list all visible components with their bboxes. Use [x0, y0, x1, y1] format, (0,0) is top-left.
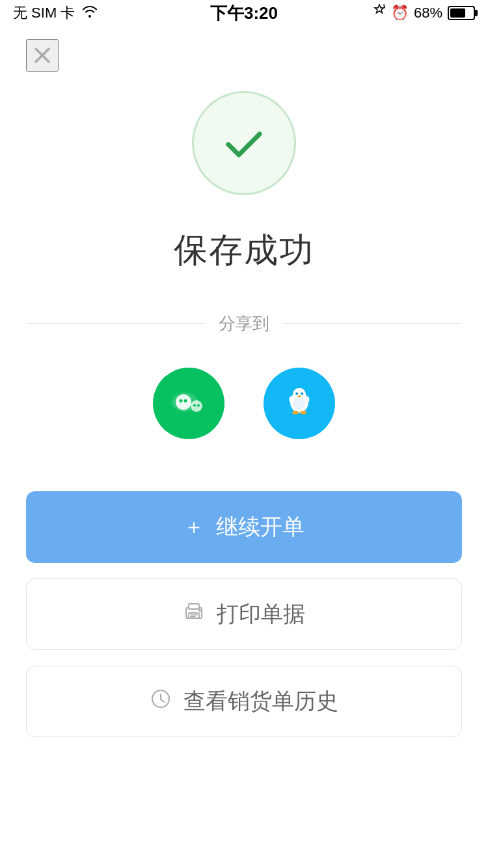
svg-point-5 — [191, 400, 202, 412]
qq-icon — [278, 383, 321, 425]
svg-point-21 — [305, 396, 309, 403]
sim-status: 无 SIM 卡 — [13, 3, 75, 23]
svg-rect-24 — [189, 613, 199, 618]
svg-line-30 — [161, 699, 165, 702]
svg-point-17 — [293, 397, 305, 410]
svg-point-8 — [193, 404, 196, 407]
wechat-share-button[interactable] — [153, 368, 224, 439]
checkmark-icon — [218, 117, 270, 169]
svg-point-18 — [292, 411, 299, 414]
continue-order-button[interactable]: ＋ 继续开单 — [26, 491, 462, 563]
status-bar: 无 SIM 卡 下午3:20 ⏰ 68% — [0, 0, 488, 26]
view-history-label: 查看销货单历史 — [183, 686, 338, 716]
clock-icon — [150, 688, 172, 715]
main-content: 保存成功 分享到 — [0, 26, 488, 868]
print-receipt-button[interactable]: 打印单据 — [26, 578, 462, 650]
action-buttons: ＋ 继续开单 打印单据 — [26, 491, 462, 737]
battery-icon — [448, 6, 475, 20]
share-label: 分享到 — [219, 312, 269, 335]
success-circle — [192, 91, 296, 195]
svg-point-15 — [301, 392, 303, 394]
svg-point-20 — [289, 396, 293, 403]
battery-fill — [450, 8, 465, 18]
alarm-icon: ⏰ — [391, 5, 409, 21]
share-icons-container — [153, 368, 335, 439]
close-icon — [31, 44, 54, 67]
close-button[interactable] — [26, 39, 59, 72]
print-receipt-label: 打印单据 — [217, 599, 305, 629]
svg-rect-23 — [189, 604, 199, 609]
share-divider: 分享到 — [26, 312, 462, 335]
svg-point-27 — [198, 609, 201, 612]
status-left: 无 SIM 卡 — [13, 3, 98, 23]
battery-percent: 68% — [414, 5, 442, 21]
success-title: 保存成功 — [174, 228, 314, 273]
continue-order-label: 继续开单 — [216, 512, 305, 542]
wechat-icon — [168, 383, 210, 425]
status-right: ⏰ 68% — [373, 4, 475, 22]
printer-icon — [183, 601, 205, 627]
status-time: 下午3:20 — [210, 2, 278, 25]
svg-point-4 — [176, 394, 191, 410]
view-history-button[interactable]: 查看销货单历史 — [26, 666, 462, 737]
svg-point-14 — [296, 392, 297, 394]
plus-icon: ＋ — [183, 513, 204, 541]
divider-right — [282, 323, 462, 324]
svg-point-7 — [183, 399, 187, 402]
location-icon — [373, 4, 386, 22]
divider-left — [26, 323, 206, 324]
wifi-icon — [81, 5, 98, 21]
qq-share-button[interactable] — [264, 368, 335, 439]
svg-point-9 — [197, 404, 200, 407]
svg-point-19 — [300, 411, 306, 414]
svg-point-6 — [179, 399, 182, 402]
